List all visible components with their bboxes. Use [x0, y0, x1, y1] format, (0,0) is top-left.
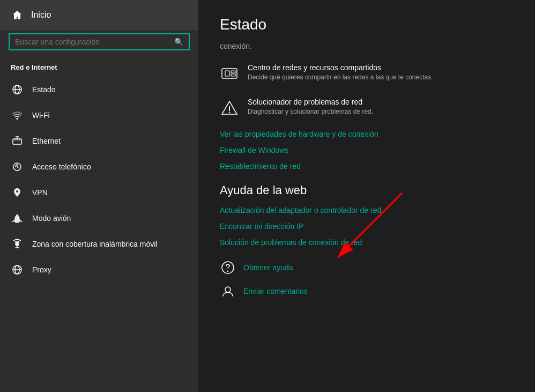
- search-icon: 🔍: [174, 38, 183, 46]
- main-wrapper: Estado conexión. Centro de redes y recur…: [198, 0, 535, 392]
- obtener-ayuda-item[interactable]: Obtener ayuda: [220, 260, 514, 276]
- solucionador-desc: Diagnosticar y solucionar problemas de r…: [248, 108, 373, 115]
- section-title: Red e Internet: [0, 58, 198, 77]
- help-icon: [220, 260, 236, 276]
- nav-label-vpn: VPN: [32, 188, 48, 197]
- bottom-links: Obtener ayuda Enviar comentarios: [220, 260, 514, 299]
- green-link-firewall[interactable]: Firewall de Windows: [220, 146, 514, 154]
- centro-redes-desc: Decide qué quieres compartir en las rede…: [248, 73, 433, 81]
- svg-point-23: [227, 271, 228, 272]
- svg-point-10: [16, 242, 19, 246]
- nav-label-ethernet: Ethernet: [32, 137, 61, 145]
- svg-point-21: [229, 112, 230, 113]
- proxy-icon: [11, 263, 24, 276]
- nav-item-acceso[interactable]: Acceso telefónico: [0, 154, 198, 180]
- centro-redes-item: Centro de redes y recursos compartidos D…: [220, 61, 514, 86]
- nav-item-vpn[interactable]: VPN: [0, 180, 198, 205]
- main-content: Estado conexión. Centro de redes y recur…: [198, 0, 535, 323]
- green-link-ip[interactable]: Encontrar mi dirección IP: [220, 222, 514, 231]
- svg-rect-17: [225, 71, 229, 76]
- web-help-title: Ayuda de la web: [220, 183, 514, 197]
- svg-point-24: [225, 287, 231, 292]
- search-box-container[interactable]: 🔍: [9, 33, 190, 50]
- acceso-icon: [11, 160, 24, 173]
- nav-item-wifi[interactable]: Wi-Fi: [0, 102, 198, 128]
- sidebar-home-item[interactable]: Inicio: [0, 0, 198, 30]
- green-link-actualizacion[interactable]: Actualización del adaptador o controlado…: [220, 206, 514, 215]
- feedback-icon: [220, 283, 236, 299]
- green-link-propiedades[interactable]: Ver las propiedades de hardware y de con…: [220, 130, 514, 138]
- network-share-icon: [220, 64, 239, 84]
- enviar-comentarios-link[interactable]: Enviar comentarios: [243, 287, 308, 295]
- nav-item-ethernet[interactable]: Ethernet: [0, 128, 198, 154]
- avion-icon: [11, 212, 24, 225]
- nav-label-estado: Estado: [32, 85, 56, 94]
- enviar-comentarios-item[interactable]: Enviar comentarios: [220, 283, 514, 299]
- nav-item-estado[interactable]: Estado: [0, 77, 198, 102]
- sidebar: Inicio 🔍 Red e Internet Estado: [0, 0, 198, 392]
- estado-icon: [11, 83, 24, 96]
- solucionador-item: Solucionador de problemas de red Diagnos…: [220, 95, 514, 120]
- nav-label-wifi: Wi-Fi: [32, 111, 50, 120]
- nav-item-zona[interactable]: Zona con cobertura inalámbrica móvil: [0, 231, 198, 257]
- solucionador-title: Solucionador de problemas de red: [248, 98, 373, 106]
- nav-label-acceso: Acceso telefónico: [32, 162, 91, 171]
- nav-label-avion: Modo avión: [32, 214, 71, 223]
- svg-rect-18: [231, 71, 235, 73]
- page-title: Estado: [220, 16, 514, 33]
- ethernet-icon: [11, 135, 24, 147]
- centro-redes-title: Centro de redes y recursos compartidos: [248, 63, 433, 72]
- home-label: Inicio: [31, 10, 51, 20]
- search-wrapper: 🔍: [0, 30, 198, 58]
- green-link-solucion[interactable]: Solución de problemas de conexión de red: [220, 238, 514, 247]
- warning-icon: [220, 99, 239, 118]
- zona-icon: [11, 238, 24, 250]
- nav-label-zona: Zona con cobertura inalámbrica móvil: [32, 240, 157, 248]
- truncated-text: conexión.: [220, 42, 514, 50]
- nav-label-proxy: Proxy: [32, 265, 51, 274]
- wifi-icon: [11, 109, 24, 122]
- nav-item-proxy[interactable]: Proxy: [0, 257, 198, 283]
- green-link-restablecimiento[interactable]: Restablecimiento de red: [220, 162, 514, 171]
- home-icon: [11, 9, 24, 21]
- centro-redes-content: Centro de redes y recursos compartidos D…: [248, 63, 433, 81]
- solucionador-content: Solucionador de problemas de red Diagnos…: [248, 98, 373, 115]
- nav-item-avion[interactable]: Modo avión: [0, 205, 198, 231]
- search-input[interactable]: [15, 38, 174, 46]
- svg-rect-19: [231, 74, 235, 76]
- obtener-ayuda-link[interactable]: Obtener ayuda: [243, 263, 293, 272]
- vpn-icon: [11, 186, 24, 199]
